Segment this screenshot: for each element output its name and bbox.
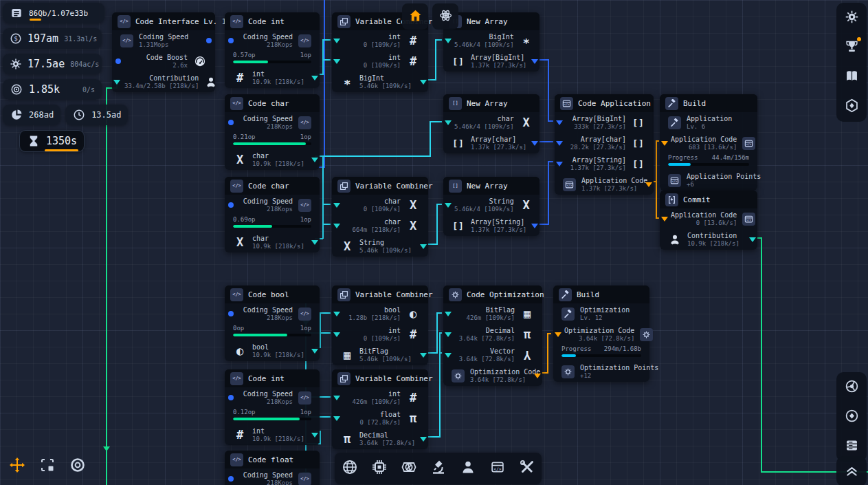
node-code-int-1[interactable]: </>Code intCoding Speed218Kops</>0.57op1… xyxy=(225,12,320,88)
input-marker-orange[interactable] xyxy=(555,332,561,337)
settings-button[interactable] xyxy=(838,5,865,31)
library-button[interactable] xyxy=(838,64,865,90)
out-row[interactable]: #int10.9k [218k/s] xyxy=(225,424,320,445)
connector-dot[interactable] xyxy=(228,202,234,208)
out-row[interactable]: #int10.9k [218k/s] xyxy=(225,67,320,88)
node-header[interactable]: Code Application xyxy=(555,94,654,112)
shutter-button[interactable] xyxy=(838,374,865,400)
input-marker-teal[interactable] xyxy=(333,203,340,208)
output-marker-blue[interactable] xyxy=(531,224,538,228)
output-marker-teal[interactable] xyxy=(420,437,427,442)
node-code-char-2[interactable]: </>Code charCoding Speed218Kops</>0.69op… xyxy=(225,177,320,252)
microscope-button[interactable] xyxy=(426,456,451,481)
input-marker-teal[interactable] xyxy=(333,39,340,43)
input-marker-orange[interactable] xyxy=(661,217,668,222)
out-row[interactable]: πDecimal3.64k [72.8k/s] xyxy=(332,429,428,449)
input-marker-teal[interactable] xyxy=(445,120,452,125)
recenter-button[interactable] xyxy=(65,453,91,479)
in-row[interactable]: int426m [109k/s]# xyxy=(332,387,428,408)
node-new-array-3[interactable]: []New ArrayString5.46k/4 [109k/s]X[]Arra… xyxy=(443,177,539,236)
node-var-combiner-4[interactable]: Variable Combinerint426m [109k/s]#float0… xyxy=(332,369,428,449)
in-row[interactable]: BigInt5.46k/4 [109k/s]∗ xyxy=(443,30,539,51)
achievements-button[interactable] xyxy=(838,34,865,61)
home-button[interactable] xyxy=(402,3,428,30)
connector-dot[interactable] xyxy=(228,311,234,316)
in-row[interactable]: String5.46k/4 [109k/s]X xyxy=(443,195,539,215)
connector-dot[interactable] xyxy=(228,476,234,482)
node-header[interactable]: Commit xyxy=(660,191,757,208)
in-row[interactable]: Vector3.64k [72.8k/s]Y xyxy=(443,345,542,365)
out-row[interactable]: Xchar10.9k [218k/s] xyxy=(225,149,320,170)
output-marker-teal[interactable] xyxy=(311,433,318,438)
in-row[interactable]: char664m [218k/s]X xyxy=(332,215,428,236)
node-code-bool[interactable]: </>Code boolCoding Speed218Kops</>0op1op… xyxy=(225,285,320,361)
out-row[interactable]: []Array[String]1.37k [27.3k/s] xyxy=(443,215,539,236)
input-marker-orange[interactable] xyxy=(661,141,668,146)
connector-dot[interactable] xyxy=(206,38,212,43)
input-marker-teal[interactable] xyxy=(333,59,340,64)
collapse-button[interactable] xyxy=(838,458,865,484)
node-header[interactable]: </>Code bool xyxy=(225,285,320,303)
in-row[interactable]: BitFlag426m [109k/s]▦ xyxy=(443,303,542,324)
node-var-combiner-2[interactable]: Variable Combinerchar0 [109k/s]Xchar664m… xyxy=(332,177,428,257)
output-marker-teal[interactable] xyxy=(311,158,318,162)
in-row[interactable]: Array[BigInt]333k [27.3k/s][] xyxy=(555,112,654,133)
out-row[interactable]: ◐bool10.9k [218k/s] xyxy=(225,341,320,361)
node-header[interactable]: []New Array xyxy=(443,177,539,195)
output-marker-teal[interactable] xyxy=(311,240,318,245)
node-var-combiner-3[interactable]: Variable Combinerbool1.28b [218k/s]◐int0… xyxy=(332,285,428,365)
resource-clock[interactable]: 13.5ad xyxy=(65,105,128,125)
output-marker-teal[interactable] xyxy=(420,244,427,249)
in-row[interactable]: Array[String]1.37k [27.3k/s][] xyxy=(555,153,654,174)
out-row[interactable]: Xchar10.9k [218k/s] xyxy=(225,232,320,252)
input-marker-teal[interactable] xyxy=(333,312,340,316)
person-button[interactable] xyxy=(456,456,480,481)
timer-pill[interactable]: 1350s xyxy=(19,130,85,152)
resource-science[interactable]: 17.5ae 804ac/s xyxy=(3,54,102,74)
node-header[interactable]: Code Optimization xyxy=(443,285,542,303)
out-row[interactable]: ∗BigInt5.46k [109k/s] xyxy=(332,72,428,92)
out-row[interactable]: Application Code1.37k [27.3k/s] xyxy=(555,174,654,195)
output-marker-teal[interactable] xyxy=(311,76,318,80)
out-row[interactable]: Contribution10.9k [218k/s] xyxy=(660,229,757,250)
node-header[interactable]: Build xyxy=(553,285,649,303)
box-select-button[interactable] xyxy=(34,453,60,479)
in-row[interactable]: int0 [109k/s]# xyxy=(332,30,428,51)
resource-money[interactable]: 197am 31.3al/s xyxy=(3,28,102,49)
node-header[interactable]: Variable Combiner xyxy=(332,285,428,303)
out-row[interactable]: []Array[BigInt]1.37k [27.3k/s] xyxy=(443,51,539,72)
in-row[interactable]: Array[char]28.2k [27.3k/s][] xyxy=(555,133,654,153)
in-row[interactable]: char0 [109k/s]X xyxy=(332,195,428,215)
output-marker-orange[interactable] xyxy=(645,182,652,187)
output-marker-teal[interactable] xyxy=(420,353,427,358)
output-marker-teal[interactable] xyxy=(311,349,318,354)
input-marker-teal[interactable] xyxy=(333,332,340,337)
node-header[interactable]: </>Code char xyxy=(225,94,320,112)
resource-points[interactable]: 1.85k 0/s xyxy=(3,79,102,100)
node-build-1[interactable]: BuildApplicationLv. 6Application Code683… xyxy=(660,94,757,191)
badge-button[interactable] xyxy=(838,94,865,120)
out-row[interactable]: XString5.46k [109k/s] xyxy=(332,236,428,257)
input-marker-teal[interactable] xyxy=(333,416,340,421)
node-build-2[interactable]: BuildOptimizationLv. 12Optimization Code… xyxy=(553,285,649,382)
out-row[interactable]: Optimization Code3.64k [72.8k/s] xyxy=(443,365,542,386)
connector-dot[interactable] xyxy=(228,38,234,43)
input-marker-teal[interactable] xyxy=(333,224,340,228)
cpu-button[interactable] xyxy=(367,456,392,481)
input-marker-teal[interactable] xyxy=(445,203,452,208)
node-header[interactable]: Build xyxy=(660,94,757,112)
input-marker-teal[interactable] xyxy=(445,39,452,43)
output-marker-teal[interactable] xyxy=(420,80,427,85)
node-header[interactable]: </>Code int xyxy=(225,12,320,30)
in-row[interactable]: bool1.28b [218k/s]◐ xyxy=(332,303,428,324)
input-marker-blue[interactable] xyxy=(556,162,563,166)
in-row[interactable]: char5.46k/4 [109k/s]X xyxy=(443,112,539,133)
node-code-char-1[interactable]: </>Code charCoding Speed218Kops</>0.21op… xyxy=(225,94,320,170)
node-code-float[interactable]: </>Code floatCoding Speed218Kops</> xyxy=(225,451,320,485)
medal-button[interactable] xyxy=(838,404,865,430)
node-code-optimization[interactable]: Code OptimizationBitFlag426m [109k/s]▦De… xyxy=(443,285,542,386)
in-row[interactable]: Application Code683 [13.6k/s] xyxy=(660,133,757,153)
code-button[interactable] xyxy=(485,456,510,481)
input-marker-blue[interactable] xyxy=(556,120,563,125)
move-tool-button[interactable] xyxy=(4,453,30,479)
